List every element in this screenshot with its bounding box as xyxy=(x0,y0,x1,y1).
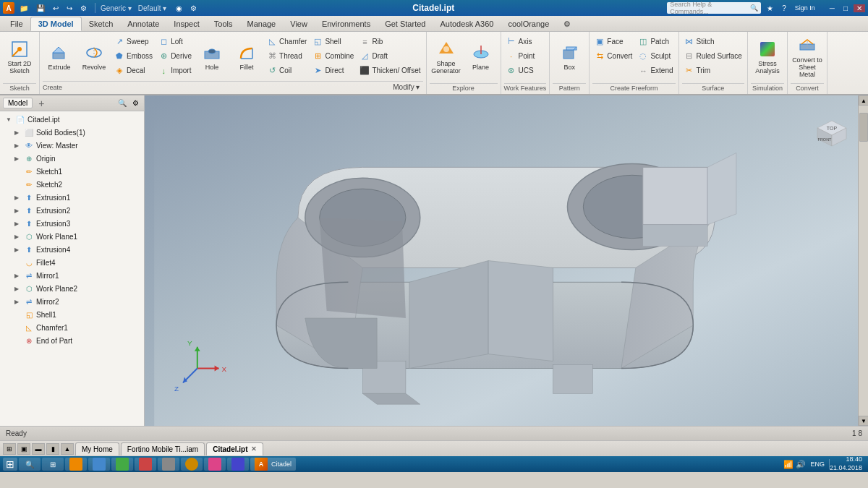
tab-my-home[interactable]: My Home xyxy=(75,442,119,455)
convert-freeform-button[interactable]: ⇆ Convert xyxy=(592,49,634,63)
thread-button[interactable]: ⌘ Thread xyxy=(265,49,309,63)
thicken-button[interactable]: ⬛ Thicken/ Offset xyxy=(357,64,422,77)
tree-item-extrusion4[interactable]: ▶ ⬆ Extrusion4 xyxy=(0,243,144,256)
ucs-button[interactable]: ⊛ UCS xyxy=(504,64,537,77)
tab-manage[interactable]: Manage xyxy=(239,17,283,31)
start-2d-sketch-button[interactable]: Start 2D Sketch xyxy=(3,35,36,80)
taskbar-app-1[interactable] xyxy=(65,458,87,471)
ruled-surface-button[interactable]: ⊟ Ruled Surface xyxy=(682,49,744,63)
coil-button[interactable]: ↺ Coil xyxy=(265,64,309,77)
scroll-down-btn[interactable]: ▼ xyxy=(859,416,868,426)
taskbar-apps-btn[interactable]: ⊞ xyxy=(42,458,64,471)
cam-icon[interactable]: ◉ xyxy=(173,4,185,12)
tab-tools[interactable]: Tools xyxy=(207,17,240,31)
sidebar-search-icon[interactable]: 🔍 xyxy=(116,98,128,109)
view-list-btn[interactable]: ⊞ xyxy=(3,443,16,455)
taskbar-app-6[interactable] xyxy=(181,458,203,471)
sidebar-settings-icon[interactable]: ⚙ xyxy=(129,98,141,109)
settings-icon2[interactable]: ⚙ xyxy=(187,4,200,12)
draft-button[interactable]: ◿ Draft xyxy=(357,49,422,63)
extend-button[interactable]: ↔ Extend xyxy=(636,64,675,77)
tab-fortino[interactable]: Fortino Mobile Ti...iam xyxy=(121,442,205,455)
sculpt-button[interactable]: ◌ Sculpt xyxy=(636,49,675,63)
undo-icon[interactable]: ↩ xyxy=(50,4,61,12)
tab-view-btn[interactable]: ▬ xyxy=(32,443,45,455)
axis-button[interactable]: ⊢ Axis xyxy=(504,35,537,48)
combine-button[interactable]: ⊞ Combine xyxy=(310,49,356,63)
split-btn[interactable]: ▮ xyxy=(46,443,59,455)
start-button[interactable]: ⊞ xyxy=(3,458,17,471)
sweep-button[interactable]: ↗ Sweep xyxy=(112,35,155,48)
hole-button[interactable]: Hole xyxy=(195,35,229,80)
loft-button[interactable]: ◻ Loft xyxy=(156,35,194,48)
tab-citadel[interactable]: Citadel.ipt ✕ xyxy=(206,442,263,455)
taskbar-app-7[interactable] xyxy=(204,458,226,471)
taskbar-app-3[interactable] xyxy=(111,458,133,471)
tab-coolorange[interactable]: coolOrange xyxy=(501,17,556,31)
search-box[interactable]: Search Help & Commands... xyxy=(670,1,750,15)
tree-item-endofpart[interactable]: ⊗ End of Part xyxy=(0,334,144,347)
stress-analysis-button[interactable]: Stress Analysis xyxy=(751,35,784,80)
viewport[interactable]: X Y Z TOP FR xyxy=(145,95,868,426)
redo-icon[interactable]: ↪ xyxy=(64,4,75,12)
tree-item-mirror2[interactable]: ▶ ⇌ Mirror2 xyxy=(0,295,144,308)
cube-nav[interactable]: TOP FRONT xyxy=(810,110,854,153)
tree-item-sketch2[interactable]: ✏ Sketch2 xyxy=(0,178,144,191)
taskbar-app-4[interactable] xyxy=(135,458,156,471)
tree-item-workplane1[interactable]: ▶ ⬡ Work Plane1 xyxy=(0,230,144,243)
shape-generator-button[interactable]: Shape Generator xyxy=(430,35,463,80)
tree-item-sketch1[interactable]: ✏ Sketch1 xyxy=(0,165,144,178)
tree-item-solidbodies[interactable]: ▶ ⬜ Solid Bodies(1) xyxy=(0,126,144,139)
vscrollbar[interactable]: ▲ ▼ xyxy=(858,95,868,426)
tab-model[interactable]: Model xyxy=(3,98,33,108)
tab-3dmodel[interactable]: 3D Model xyxy=(30,17,82,31)
face-button[interactable]: ▣ Face xyxy=(592,35,634,48)
dropdown-generic[interactable]: Generic ▾ xyxy=(101,4,132,12)
arrow-btn[interactable]: ▲ xyxy=(61,443,74,455)
tree-item-extrusion3[interactable]: ▶ ⬆ Extrusion3 xyxy=(0,217,144,230)
tab-file[interactable]: File xyxy=(3,17,30,31)
volume-icon[interactable]: 🔊 xyxy=(796,459,806,469)
taskbar-app-8[interactable] xyxy=(227,458,249,471)
minimize-btn[interactable]: ─ xyxy=(827,4,838,12)
stitch-button[interactable]: ⋈ Stitch xyxy=(682,35,744,48)
taskbar-app-2[interactable] xyxy=(88,458,110,471)
emboss-button[interactable]: ⬟ Emboss xyxy=(112,49,155,63)
scroll-up-btn[interactable]: ▲ xyxy=(859,95,868,106)
import-button[interactable]: ↓ Import xyxy=(156,64,194,77)
tab-sketch[interactable]: Sketch xyxy=(82,17,121,31)
chamfer-button[interactable]: ◺ Chamfer xyxy=(265,35,309,48)
close-btn[interactable]: ✕ xyxy=(854,4,865,12)
modify-dropdown[interactable]: Modify ▾ xyxy=(390,82,422,92)
box-button[interactable]: Box xyxy=(553,35,586,80)
scroll-thumb[interactable] xyxy=(859,113,868,142)
plane-button[interactable]: Plane xyxy=(464,35,498,80)
tree-item-workplane2[interactable]: ▶ ⬡ Work Plane2 xyxy=(0,282,144,295)
bookmark-btn[interactable]: ★ xyxy=(764,4,776,12)
network-icon[interactable]: 📶 xyxy=(783,459,793,469)
taskbar-app-5[interactable] xyxy=(158,458,179,471)
dropdown-default[interactable]: Default ▾ xyxy=(138,4,166,12)
save-icon[interactable]: 💾 xyxy=(33,4,48,12)
point-button[interactable]: · Point xyxy=(504,49,537,63)
tree-item-citadel[interactable]: ▼ 📄 Citadel.ipt xyxy=(0,113,144,126)
tree-item-mirror1[interactable]: ▶ ⇌ Mirror1 xyxy=(0,269,144,282)
tree-item-chamfer1[interactable]: ◺ Chamfer1 xyxy=(0,321,144,334)
patch-button[interactable]: ◫ Patch xyxy=(636,35,675,48)
rib-button[interactable]: ≡ Rib xyxy=(357,35,422,48)
taskbar-app-autodesk[interactable]: A Citadel xyxy=(250,458,296,471)
add-tab-btn[interactable]: + xyxy=(38,98,44,109)
more-tools-icon[interactable]: ⚙ xyxy=(77,4,90,12)
tile-btn[interactable]: ▣ xyxy=(17,443,30,455)
tab-view[interactable]: View xyxy=(283,17,315,31)
tree-item-extrusion1[interactable]: ▶ ⬆ Extrusion1 xyxy=(0,191,144,204)
tab-getstarted[interactable]: Get Started xyxy=(378,17,433,31)
restore-btn[interactable]: □ xyxy=(841,4,851,12)
tab-a360[interactable]: Autodesk A360 xyxy=(433,17,501,31)
help-btn[interactable]: ? xyxy=(779,4,789,12)
extrude-button[interactable]: Extrude xyxy=(43,35,76,80)
tree-item-fillet4[interactable]: ◡ Fillet4 xyxy=(0,256,144,269)
decal-button[interactable]: ◈ Decal xyxy=(112,64,155,77)
tree-item-viewmaster[interactable]: ▶ 👁 View: Master xyxy=(0,139,144,152)
tab-environments[interactable]: Environments xyxy=(315,17,378,31)
